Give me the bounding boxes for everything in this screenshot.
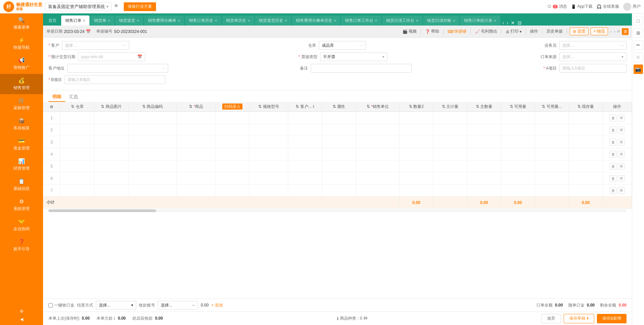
row-code[interactable] xyxy=(128,112,177,124)
nav-prev-btn[interactable]: ‹ xyxy=(610,29,611,34)
row-image[interactable] xyxy=(94,160,128,172)
tab-close-icon[interactable]: ✕ xyxy=(108,19,110,23)
tab-close-icon[interactable]: ✕ xyxy=(416,19,418,23)
row-image[interactable] xyxy=(94,185,128,197)
notes-input[interactable] xyxy=(311,64,412,73)
row-warehouse[interactable] xyxy=(61,172,94,185)
row-main-qty[interactable] xyxy=(467,160,501,172)
row-main-qty[interactable] xyxy=(467,148,501,160)
list-view-btn[interactable]: ≡ xyxy=(617,29,620,34)
row-stock[interactable] xyxy=(569,172,603,185)
row-attribute[interactable] xyxy=(322,148,356,160)
tab-detail[interactable]: 明细 xyxy=(48,92,65,102)
delivery-date-input[interactable]: yyyy-mm-dd 📅 xyxy=(78,52,145,61)
tab-close-icon[interactable]: ✕ xyxy=(494,19,496,23)
industry-button[interactable]: 体验行业方案 xyxy=(124,2,156,11)
shortcut-btn[interactable]: ⌨ 快捷键 xyxy=(446,28,468,35)
sidebar-item-sales[interactable]: 💰 销售管理 xyxy=(0,74,43,94)
row-warehouse[interactable] xyxy=(61,136,94,148)
row-main-unit[interactable] xyxy=(433,185,467,197)
one-click-checkbox-input[interactable] xyxy=(48,303,53,308)
row-unit[interactable] xyxy=(356,112,400,124)
row-available[interactable] xyxy=(501,124,535,136)
sidebar-item-enterprise[interactable]: 🤝 企业协同 xyxy=(0,215,43,235)
help-btn[interactable]: ❓ 帮助 xyxy=(424,28,441,35)
row-stock[interactable] xyxy=(569,148,603,160)
row-scan[interactable] xyxy=(216,185,250,197)
row-available[interactable] xyxy=(501,172,535,185)
row-main-unit[interactable] xyxy=(433,136,467,148)
row-main-unit[interactable] xyxy=(433,148,467,160)
warehouse-input[interactable]: 成品库 ··· xyxy=(319,41,366,50)
row-attribute[interactable] xyxy=(322,112,356,124)
tab-order-history[interactable]: 销售订单历史 ✕ xyxy=(185,15,221,26)
order-source-input[interactable]: 选择... ▾ xyxy=(559,52,627,61)
row-main-qty[interactable] xyxy=(467,124,501,136)
row-product[interactable] xyxy=(177,112,216,124)
row-scan[interactable] xyxy=(216,136,250,148)
row-image[interactable] xyxy=(94,124,128,136)
copy-icon[interactable]: ⊞ xyxy=(618,151,624,158)
user-area[interactable]: 用户 xyxy=(623,3,641,11)
settlement-select[interactable]: 选择... ▾ xyxy=(96,301,136,310)
sidebar-item-search[interactable]: 🔍 搜索菜单 xyxy=(0,13,43,34)
row-main-unit[interactable] xyxy=(433,124,467,136)
profit-btn[interactable]: 📈 毛利预估 xyxy=(473,28,498,35)
invoice-select[interactable]: 不开票 ▾ xyxy=(320,52,387,61)
message-area[interactable]: 🗨 9 消息 xyxy=(547,4,567,9)
row-available[interactable] xyxy=(501,148,535,160)
view-btn[interactable]: 🎬 视频 xyxy=(401,28,418,35)
row-available2[interactable] xyxy=(535,112,569,124)
tab-prev-btn[interactable]: ‹ xyxy=(501,20,505,26)
system-title[interactable]: 装备及固定资产辅助管理系统 ▾ xyxy=(45,2,112,11)
row-scan[interactable] xyxy=(216,112,250,124)
row-warehouse[interactable] xyxy=(61,124,94,136)
row-qty2[interactable] xyxy=(400,148,433,160)
tab-close-icon[interactable]: ✕ xyxy=(334,19,336,23)
th-settings[interactable]: ⚙ xyxy=(43,102,61,112)
row-unit[interactable] xyxy=(356,148,400,160)
row-code[interactable] xyxy=(128,172,177,185)
row-image[interactable] xyxy=(94,172,128,185)
scrollbar-thumb[interactable] xyxy=(48,209,156,212)
settings-icon[interactable]: ⚙ xyxy=(114,3,121,10)
sidebar-item-system[interactable]: ⚙ 系统管理 xyxy=(0,195,43,215)
delete-icon[interactable]: 🗑 xyxy=(610,151,616,158)
row-product[interactable] xyxy=(177,148,216,160)
row-unit[interactable] xyxy=(356,160,400,172)
row-attribute[interactable] xyxy=(322,136,356,148)
tab-close-icon[interactable]: ✕ xyxy=(137,19,139,23)
row-unit[interactable] xyxy=(356,136,400,148)
tab-next-btn[interactable]: › xyxy=(505,20,510,26)
row-main-unit[interactable] xyxy=(433,172,467,185)
row-available2[interactable] xyxy=(535,136,569,148)
tab-close-icon[interactable]: ✕ xyxy=(285,19,287,23)
row-scan[interactable] xyxy=(216,148,250,160)
right-expand-btn[interactable]: □ xyxy=(634,16,643,26)
row-spec[interactable] xyxy=(250,172,288,185)
nav-next-btn[interactable]: › xyxy=(614,29,615,34)
row-customer-code[interactable] xyxy=(288,172,322,185)
copy-icon[interactable]: ⊞ xyxy=(618,139,624,146)
copy-icon[interactable]: ⊞ xyxy=(618,163,624,170)
row-attribute[interactable] xyxy=(322,124,356,136)
row-scan[interactable] xyxy=(216,172,250,185)
right-grid-btn[interactable]: ⊞ xyxy=(634,28,643,38)
row-product[interactable] xyxy=(177,160,216,172)
row-main-qty[interactable] xyxy=(467,172,501,185)
row-available[interactable] xyxy=(501,136,535,148)
row-spec[interactable] xyxy=(250,124,288,136)
row-code[interactable] xyxy=(128,185,177,197)
delete-icon[interactable]: 🗑 xyxy=(610,187,616,194)
row-code[interactable] xyxy=(128,148,177,160)
customer-address-input[interactable]: ··· xyxy=(67,64,168,73)
tab-close-all-btn[interactable]: ✕ xyxy=(509,20,516,26)
sidebar-item-marketing[interactable]: 📢 营销推广 xyxy=(0,54,43,74)
row-qty2[interactable] xyxy=(400,136,433,148)
sidebar-item-guide[interactable]: ❓ 新手引导 xyxy=(0,235,43,255)
row-customer-code[interactable] xyxy=(288,185,322,197)
delete-icon[interactable]: 🗑 xyxy=(610,163,616,170)
material-btn[interactable]: + 物流 xyxy=(591,28,608,35)
row-scan[interactable] xyxy=(216,160,250,172)
row-qty2[interactable] xyxy=(400,160,433,172)
